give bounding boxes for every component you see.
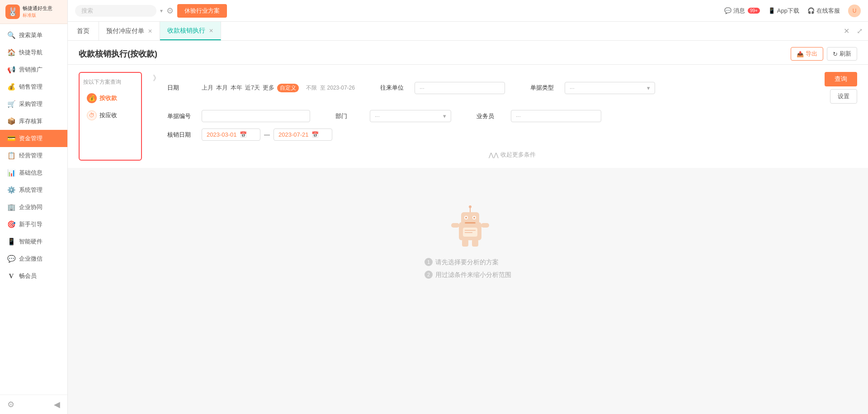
export-button[interactable]: 📤 导出 <box>791 47 823 61</box>
doc-type-label: 单据类型 <box>530 84 557 92</box>
sidebar-item-purchase[interactable]: 🛒 采购管理 <box>0 95 67 113</box>
close-tab-icon[interactable]: ✕ <box>842 25 851 37</box>
svg-point-4 <box>465 217 467 219</box>
page-header-actions: 📤 导出 ↻ 刷新 <box>791 47 857 61</box>
date-last-month[interactable]: 上月 <box>202 84 213 92</box>
sidebar-item-label-wechat: 企业微信 <box>19 255 42 263</box>
tab-prepay-label: 预付冲应付单 <box>106 27 144 35</box>
filter-fields: 日期 上月 本月 本年 近7天 更多 自定义 不限 至 2023-07-26 往… <box>167 72 857 161</box>
sidebar-item-member[interactable]: V 畅会员 <box>0 267 67 285</box>
date-range-dash: — <box>264 131 270 138</box>
staff-label: 业务员 <box>476 112 504 120</box>
writeoff-date-start-input[interactable]: 2023-03-01 📅 <box>202 128 260 141</box>
date-7days[interactable]: 近7天 <box>245 84 260 92</box>
date-more[interactable]: 更多 <box>263 84 274 92</box>
calendar-end-icon[interactable]: 📅 <box>311 131 319 138</box>
sidebar-item-inventory[interactable]: 📦 库存核算 <box>0 113 67 130</box>
tab-receivable[interactable]: 收款核销执行 ✕ <box>160 22 221 40</box>
tab-receivable-label: 收款核销执行 <box>167 27 205 35</box>
sidebar-item-label-system: 系统管理 <box>19 186 42 194</box>
header-search-box[interactable]: 搜索 <box>75 5 156 17</box>
sales-icon: 💰 <box>7 83 15 91</box>
tip-num-2: 2 <box>425 271 433 279</box>
date-this-year[interactable]: 本年 <box>231 84 242 92</box>
query-button[interactable]: 查询 <box>825 72 857 86</box>
search-menu-icon: 🔍 <box>7 31 15 39</box>
header-right: 💬 消息 99+ 📱 App下载 🎧 在线客服 U <box>724 5 861 17</box>
avatar[interactable]: U <box>848 5 861 17</box>
tab-prepay-close-icon[interactable]: ✕ <box>148 28 152 34</box>
tab-prepay[interactable]: 预付冲应付单 ✕ <box>99 22 160 40</box>
wechat-icon: 💬 <box>7 255 15 263</box>
gear-icon[interactable]: ⚙ <box>166 6 174 16</box>
expand-tab-icon[interactable]: ⤢ <box>855 25 864 37</box>
date-this-month[interactable]: 本月 <box>216 84 228 92</box>
sidebar-bottom: ⚙ ◀ <box>0 395 67 414</box>
system-icon: ⚙️ <box>7 186 15 194</box>
app-icon: 📱 <box>768 7 775 14</box>
sidebar-item-label-marketing: 营销推广 <box>19 66 42 74</box>
chevron-left-icon: 》 <box>153 74 160 83</box>
tab-bar: 首页 预付冲应付单 ✕ 收款核销执行 ✕ ✕ ⤢ <box>68 22 868 41</box>
sidebar-item-hardware[interactable]: 📱 智能硬件 <box>0 233 67 250</box>
export-icon: 📤 <box>797 51 804 57</box>
sidebar-item-sales[interactable]: 💰 销售管理 <box>0 78 67 95</box>
setting-button[interactable]: 设置 <box>830 89 857 104</box>
robot-svg <box>448 204 493 249</box>
sidebar-item-basic[interactable]: 📊 基础信息 <box>0 164 67 181</box>
app-download-button[interactable]: 📱 App下载 <box>768 7 799 15</box>
sidebar: 🐰 畅捷通好生意 标准版 🔍 搜索菜单 🏠 快捷导航 📢 营销推广 💰 销售管理… <box>0 0 68 414</box>
doc-no-input[interactable] <box>202 110 310 122</box>
filter-by-receivable[interactable]: ⏱ 按应收 <box>83 108 137 123</box>
tip-num-1: 1 <box>425 258 433 266</box>
industry-solution-button[interactable]: 休验行业方案 <box>177 4 227 18</box>
sidebar-item-search[interactable]: 🔍 搜索菜单 <box>0 27 67 44</box>
partner-select[interactable]: ··· <box>415 82 505 94</box>
collapse-more-label: 收起更多条件 <box>500 151 536 159</box>
refresh-button[interactable]: ↻ 刷新 <box>827 47 857 61</box>
filter-row-1: 日期 上月 本月 本年 近7天 更多 自定义 不限 至 2023-07-26 往… <box>167 72 857 104</box>
collapse-sidebar-icon[interactable]: ◀ <box>54 400 60 409</box>
chevron-down-icon[interactable]: ▾ <box>160 8 163 14</box>
sidebar-item-shortcut[interactable]: 🏠 快捷导航 <box>0 44 67 61</box>
sidebar-item-finance[interactable]: 💳 资金管理 <box>0 130 67 147</box>
btn-actions: 查询 设置 <box>825 72 857 104</box>
staff-select[interactable]: ··· <box>511 110 601 122</box>
online-service-button[interactable]: 🎧 在线客服 <box>807 7 840 15</box>
dept-select[interactable]: ··· ▾ <box>370 110 451 122</box>
doc-type-select[interactable]: ··· ▾ <box>565 82 655 94</box>
date-quick-options: 上月 本月 本年 近7天 更多 自定义 <box>202 84 299 92</box>
sidebar-item-guide[interactable]: 🎯 新手引导 <box>0 216 67 233</box>
sidebar-item-label-purchase: 采购管理 <box>19 100 42 108</box>
sidebar-item-wechat[interactable]: 💬 企业微信 <box>0 250 67 267</box>
sidebar-item-operation[interactable]: 📋 经营管理 <box>0 147 67 164</box>
filter-receipt-label: 按收款 <box>99 94 117 102</box>
date-custom-badge[interactable]: 自定义 <box>277 84 299 92</box>
sidebar-item-label-sales: 销售管理 <box>19 83 42 91</box>
sidebar-item-system[interactable]: ⚙️ 系统管理 <box>0 181 67 199</box>
writeoff-date-end-input[interactable]: 2023-07-21 📅 <box>274 128 332 141</box>
finance-icon: 💳 <box>7 134 15 143</box>
calendar-start-icon[interactable]: 📅 <box>240 131 247 138</box>
sidebar-item-label-search: 搜索菜单 <box>19 31 42 39</box>
tab-home[interactable]: 首页 <box>68 22 99 40</box>
inventory-icon: 📦 <box>7 117 15 125</box>
sidebar-item-label-finance: 资金管理 <box>19 134 42 143</box>
marketing-icon: 📢 <box>7 66 15 74</box>
filter-by-receipt[interactable]: 💰 按收款 <box>83 90 137 106</box>
settings-bottom-icon[interactable]: ⚙ <box>7 400 14 409</box>
sidebar-item-label-enterprise: 企业协同 <box>19 203 42 211</box>
svg-rect-11 <box>462 239 468 247</box>
message-button[interactable]: 💬 消息 99+ <box>724 7 760 15</box>
receivable-option-icon: ⏱ <box>87 110 97 120</box>
sidebar-item-marketing[interactable]: 📢 营销推广 <box>0 61 67 78</box>
collapse-more-button[interactable]: ⋀⋀ 收起更多条件 <box>489 151 536 159</box>
tab-receivable-close-icon[interactable]: ✕ <box>209 28 213 34</box>
purchase-icon: 🛒 <box>7 100 15 108</box>
service-icon: 🎧 <box>807 7 815 14</box>
filter-panel-collapse-button[interactable]: 》 <box>153 72 160 161</box>
sidebar-item-enterprise[interactable]: 🏢 企业协同 <box>0 199 67 216</box>
top-header: 搜索 ▾ ⚙ 休验行业方案 💬 消息 99+ 📱 App下载 🎧 在线客服 U <box>68 0 868 22</box>
empty-tip-1: 1 请先选择要分析的方案 <box>425 256 511 268</box>
receipt-option-icon: 💰 <box>87 93 97 103</box>
